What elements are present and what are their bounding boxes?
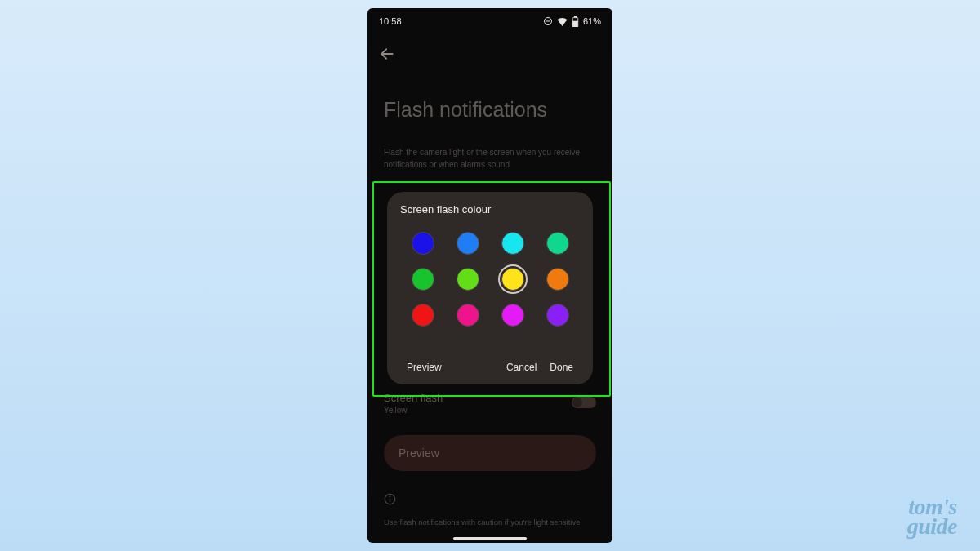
color-swatch-orange[interactable] — [546, 268, 569, 291]
color-swatch-indigo[interactable] — [412, 232, 434, 255]
dialog-preview-button[interactable]: Preview — [400, 358, 448, 376]
svg-rect-4 — [572, 20, 578, 26]
color-swatch-green[interactable] — [412, 268, 434, 291]
phone-frame: 10:58 61% Flash notifications Flash the … — [368, 8, 612, 543]
dialog-cancel-button[interactable]: Cancel — [500, 358, 543, 376]
color-swatch-blue[interactable] — [457, 232, 479, 255]
svg-point-8 — [390, 496, 390, 497]
color-swatch-grid — [400, 225, 580, 333]
status-right: 61% — [543, 16, 601, 27]
color-swatch-teal[interactable] — [546, 232, 569, 255]
color-swatch-red[interactable] — [412, 304, 434, 327]
color-swatch-lime[interactable] — [457, 268, 479, 291]
dialog-done-button[interactable]: Done — [543, 358, 580, 376]
wifi-icon — [557, 17, 568, 26]
toggle-knob — [572, 398, 582, 407]
color-swatch-magenta[interactable] — [501, 304, 524, 327]
info-icon — [384, 493, 396, 505]
status-time: 10:58 — [379, 16, 402, 26]
back-icon[interactable] — [379, 46, 395, 62]
screen-flash-subtitle: Yellow — [384, 406, 596, 415]
battery-icon — [572, 16, 579, 27]
screen-flash-toggle[interactable] — [572, 397, 596, 408]
dnd-icon — [543, 16, 553, 26]
color-swatch-cyan[interactable] — [501, 232, 524, 255]
watermark-line2: guide — [907, 517, 957, 536]
screen-flash-title: Screen flash — [384, 392, 596, 404]
preview-button[interactable]: Preview — [384, 435, 596, 471]
status-bar: 10:58 61% — [368, 8, 612, 34]
gesture-bar[interactable] — [453, 537, 527, 540]
battery-percent: 61% — [583, 16, 601, 26]
stage: 10:58 61% Flash notifications Flash the … — [0, 0, 980, 551]
dialog-actions: Preview Cancel Done — [400, 358, 580, 376]
watermark: tom's guide — [907, 497, 957, 536]
page-description: Flash the camera light or the screen whe… — [384, 147, 596, 171]
color-swatch-pink[interactable] — [457, 304, 479, 327]
caution-text: Use flash notifications with caution if … — [384, 518, 596, 527]
page-title: Flash notifications — [384, 98, 547, 122]
screen-flash-row[interactable]: Screen flash Yellow — [384, 392, 596, 415]
color-swatch-yellow[interactable] — [501, 268, 524, 291]
dialog-title: Screen flash colour — [400, 203, 580, 216]
color-picker-dialog: Screen flash colour Preview Cancel Done — [387, 192, 593, 384]
color-swatch-purple[interactable] — [546, 304, 569, 327]
preview-button-label: Preview — [399, 447, 439, 460]
